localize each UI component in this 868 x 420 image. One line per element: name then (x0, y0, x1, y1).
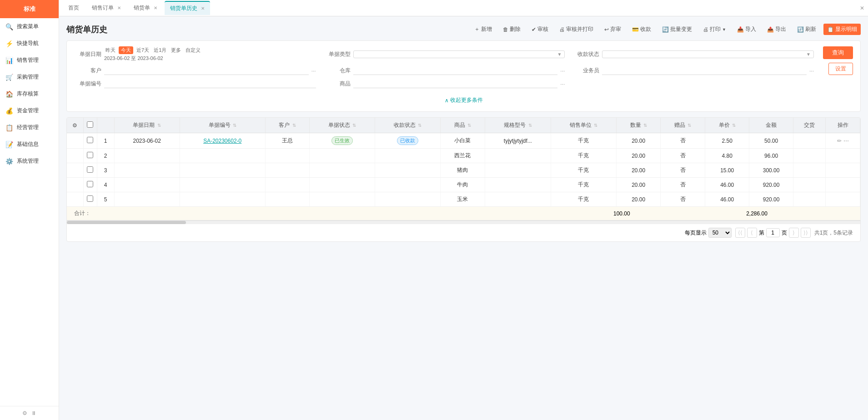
qty-sort-icon: ⇅ (643, 123, 647, 128)
collapse-filter-button[interactable]: ∧ 收起更多条件 (74, 95, 853, 106)
data-table: ⚙ 单据日期 ⇅ 单据编号 ⇅ (67, 118, 860, 207)
th-customer[interactable]: 客户 ⇅ (265, 118, 310, 133)
sidebar-item-sys-mgmt[interactable]: ⚙️ 系统管理 (0, 153, 59, 170)
audit-button[interactable]: ✔ 审核 (528, 24, 552, 35)
gear-icon[interactable]: ⚙ (72, 122, 77, 129)
export-button[interactable]: 📤 导出 (763, 24, 790, 35)
query-button[interactable]: 查询 (823, 46, 853, 59)
doc-type-select[interactable]: ▼ (353, 50, 565, 58)
filter-actions: 查询 设置 (823, 46, 853, 75)
sidebar-item-search-menu[interactable]: 🔍 搜索菜单 (0, 18, 59, 35)
th-doc-status[interactable]: 单据状态 ⇅ (310, 118, 375, 133)
salesperson-ellipsis[interactable]: ··· (809, 68, 814, 74)
tab-sales-order-close[interactable]: ✕ (117, 5, 121, 10)
more-icon[interactable]: ⋯ (843, 138, 849, 144)
collect-button[interactable]: 💳 收款 (628, 24, 655, 35)
doc-type-dropdown-icon: ▼ (557, 52, 562, 57)
sidebar-item-basic-info[interactable]: 📝 基础信息 (0, 136, 59, 153)
customer-label: 客户 (74, 67, 101, 75)
customer-ellipsis[interactable]: ··· (311, 68, 316, 74)
edit-icon[interactable]: ✏ (837, 138, 842, 144)
tab-sales-history[interactable]: 销货单历史 ✕ (165, 1, 210, 15)
th-qty[interactable]: 数量 ⇅ (616, 118, 661, 133)
salesperson-input[interactable] (602, 66, 807, 75)
select-all-checkbox[interactable] (87, 121, 93, 128)
first-page-button[interactable]: ⟨⟨ (735, 228, 745, 238)
last-page-button[interactable]: ⟩⟩ (801, 228, 811, 238)
close-all-tabs[interactable]: ✕ (860, 5, 864, 11)
import-icon: 📥 (737, 26, 744, 33)
display-detail-button[interactable]: 📋 显示明细 (823, 24, 861, 35)
date-opt-more[interactable]: 更多 (170, 46, 182, 54)
sidebar-item-finance[interactable]: 💰 资金管理 (0, 102, 59, 119)
tab-sales-history-close[interactable]: ✕ (201, 6, 205, 11)
page-title: 销货单历史 (66, 24, 107, 35)
date-opt-today[interactable]: 今天 (119, 46, 133, 54)
current-page-input[interactable] (766, 228, 780, 237)
th-unit-price[interactable]: 单价 ⇅ (705, 118, 749, 133)
customer-input[interactable] (104, 66, 309, 75)
goods-ellipsis[interactable]: ··· (560, 81, 565, 87)
sidebar-item-sales-mgmt[interactable]: 📊 销售管理 (0, 52, 59, 69)
new-button[interactable]: ＋ 新增 (471, 24, 496, 35)
collect-icon: 💳 (632, 26, 639, 33)
th-pay-status[interactable]: 收款状态 ⇅ (375, 118, 441, 133)
doc-status-sort-icon: ⇅ (352, 123, 356, 128)
th-spec[interactable]: 规格型号 ⇅ (485, 118, 551, 133)
goods-input[interactable] (353, 80, 558, 88)
tab-sales-delivery-label: 销货单 (134, 4, 150, 12)
date-opt-custom[interactable]: 自定义 (184, 46, 202, 54)
date-opt-yesterday[interactable]: 昨天 (104, 46, 117, 54)
unit-sort-icon: ⇅ (594, 123, 597, 128)
th-goods[interactable]: 商品 ⇅ (441, 118, 485, 133)
filter-row-2: 客户 ··· 仓库 ··· 业务员 ··· (74, 66, 814, 75)
new-icon: ＋ (474, 25, 480, 33)
warehouse-label: 仓库 (323, 67, 351, 75)
th-gift[interactable]: 赠品 ⇅ (661, 118, 705, 133)
batch-change-button[interactable]: 🔄 批量变更 (658, 24, 696, 35)
tab-sales-order[interactable]: 销售订单 ✕ (86, 1, 126, 15)
date-opt-7days[interactable]: 近7天 (135, 46, 151, 54)
abandon-button[interactable]: ↩ 弃审 (601, 24, 625, 35)
th-unit[interactable]: 销售单位 ⇅ (551, 118, 616, 133)
sidebar-item-label: 资金管理 (17, 107, 39, 115)
warehouse-input[interactable] (353, 66, 558, 75)
page-unit-label: 页 (782, 229, 787, 237)
tab-home[interactable]: 首页 (63, 1, 85, 15)
page-nav: ⟨⟨ ⟨ 第 页 ⟩ ⟩⟩ (735, 228, 811, 238)
total-amount: 2,286.00 (723, 210, 771, 217)
date-opt-1month[interactable]: 近1月 (152, 46, 168, 54)
audit-print-button[interactable]: 🖨 审核并打印 (556, 24, 597, 35)
sidebar-item-label: 搜索菜单 (17, 23, 39, 30)
sidebar-collapse-icon[interactable]: ⏸ (31, 410, 36, 416)
setting-button[interactable]: 设置 (828, 63, 853, 75)
refresh-button[interactable]: 🔃 刷新 (793, 24, 820, 35)
scroll-thumb[interactable] (67, 221, 186, 224)
tab-sales-delivery[interactable]: 销货单 ✕ (128, 1, 163, 15)
next-page-button[interactable]: ⟩ (789, 228, 799, 238)
th-doc-no[interactable]: 单据编号 ⇅ (180, 118, 265, 133)
payment-status-select[interactable]: ▼ (602, 50, 814, 58)
sidebar-settings-icon[interactable]: ⚙ (22, 410, 27, 416)
tab-sales-delivery-close[interactable]: ✕ (154, 5, 157, 10)
sidebar-item-quick-nav[interactable]: ⚡ 快捷导航 (0, 35, 59, 52)
sidebar-item-purchase-mgmt[interactable]: 🛒 采购管理 (0, 69, 59, 85)
delete-button[interactable]: 🗑 删除 (499, 24, 524, 35)
th-doc-date[interactable]: 单据日期 ⇅ (114, 118, 180, 133)
sidebar-item-label: 系统管理 (17, 157, 39, 165)
horizontal-scrollbar[interactable] (67, 220, 860, 224)
sidebar-item-inventory[interactable]: 🏠 库存核算 (0, 85, 59, 102)
print-button[interactable]: 🖨 打印 ▼ (699, 24, 730, 35)
import-button[interactable]: 📥 导入 (733, 24, 760, 35)
filter-salesperson: 业务员 ··· (572, 66, 814, 75)
warehouse-ellipsis[interactable]: ··· (560, 68, 565, 74)
delete-icon: 🗑 (503, 26, 508, 33)
page-content: 销货单历史 ＋ 新增 🗑 删除 ✔ 审核 🖨 审核并打印 (59, 16, 868, 420)
prev-page-button[interactable]: ⟨ (747, 228, 757, 238)
doc-no-link[interactable]: SA-20230602-0 (203, 138, 241, 144)
date-options: 昨天 今天 近7天 近1月 更多 自定义 (104, 46, 316, 54)
goods-sort-icon: ⇅ (467, 123, 471, 128)
sidebar-item-operations[interactable]: 📋 经营管理 (0, 119, 59, 136)
page-size-dropdown[interactable]: 50 100 200 (708, 228, 732, 238)
doc-no-input[interactable] (104, 80, 316, 88)
